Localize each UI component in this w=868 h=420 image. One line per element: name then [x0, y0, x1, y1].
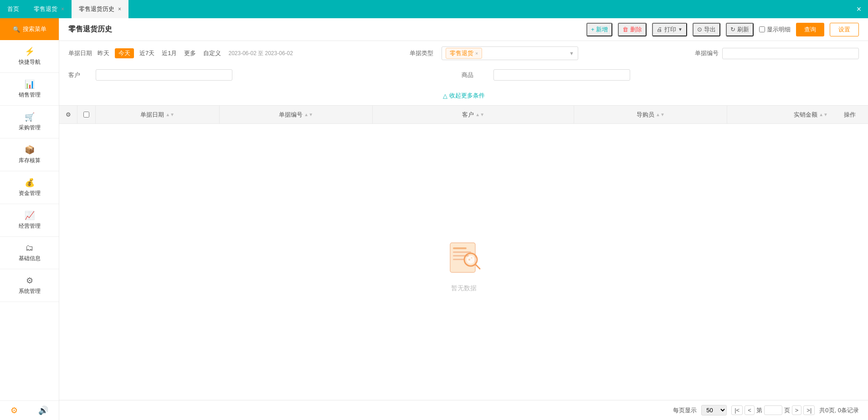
sidebar-item-purchase[interactable]: 🛒 采购管理: [0, 106, 59, 138]
th-guide[interactable]: 导购员 ▲▼: [574, 106, 727, 123]
th-amount[interactable]: 实销金额 ▲▼: [727, 106, 832, 123]
next-page-button[interactable]: >: [792, 405, 802, 415]
filter-area: 单据日期 昨天 今天 近7天 近1月 更多 自定义 2023-06-02 至 2…: [59, 41, 868, 106]
customer-input[interactable]: [96, 69, 232, 81]
tab-retail-return-history-close[interactable]: ×: [118, 6, 121, 12]
date-opt-yesterday[interactable]: 昨天: [96, 48, 111, 58]
svg-point-6: [467, 256, 475, 264]
sales-icon: 📊: [25, 79, 35, 89]
delete-button[interactable]: 🗑 删除: [618, 23, 647, 36]
prev-page-button[interactable]: <: [745, 405, 755, 415]
new-button[interactable]: + 新增: [586, 23, 612, 36]
sidebar-item-operations[interactable]: 📈 经营管理: [0, 204, 59, 237]
date-sort-icon: ▲▼: [165, 113, 175, 117]
tab-retail-return[interactable]: 零售退货 ×: [26, 0, 72, 18]
collapse-filter-button[interactable]: △ 收起更多条件: [443, 92, 485, 100]
th-date[interactable]: 单据日期 ▲▼: [96, 106, 220, 123]
purchase-icon: 🛒: [25, 112, 35, 122]
page-prefix-label: 第: [756, 406, 762, 415]
basic-info-icon: 🗂: [26, 243, 34, 253]
page-suffix-label: 页: [784, 406, 790, 415]
amount-sort-icon: ▲▼: [819, 113, 828, 117]
bill-sort-icon: ▲▼: [304, 113, 313, 117]
sidebar-footer: ⚙ 🔊: [0, 400, 59, 420]
content-area: 零售退货历史 + 新增 🗑 删除 🖨 打印 ▼ ⊙ 导出 ↻: [59, 18, 868, 420]
filter-row-2: 客户 商品: [68, 69, 859, 81]
print-icon: 🖨: [657, 26, 663, 33]
filter-row-1: 单据日期 昨天 今天 近7天 近1月 更多 自定义 2023-06-02 至 2…: [68, 46, 859, 60]
sidebar-item-inventory[interactable]: 📦 库存核算: [0, 138, 59, 171]
date-range-display: 2023-06-02 至 2023-06-02: [228, 50, 293, 57]
show-detail-checkbox[interactable]: 显示明细: [759, 26, 791, 34]
svg-line-7: [475, 264, 480, 269]
settings-icon[interactable]: ⚙: [10, 405, 18, 415]
sidebar-item-quick-nav[interactable]: ⚡ 快捷导航: [0, 40, 59, 73]
main-layout: 🔍 搜索菜单 ⚡ 快捷导航 📊 销售管理 🛒 采购管理 📦 库存核算 💰 资金管…: [0, 18, 868, 420]
bill-type-remove[interactable]: ×: [475, 51, 478, 56]
tab-home[interactable]: 首页: [0, 0, 26, 18]
operations-icon: 📈: [25, 210, 35, 220]
sidebar-search[interactable]: 🔍 搜索菜单: [0, 18, 59, 40]
svg-point-8: [468, 259, 470, 261]
table-header-row: ⚙ 单据日期 ▲▼ 单据编号 ▲▼ 客户 ▲▼ 导购员: [59, 106, 868, 124]
first-page-button[interactable]: |<: [731, 405, 743, 415]
quick-nav-icon: ⚡: [25, 46, 35, 56]
th-customer[interactable]: 客户 ▲▼: [373, 106, 574, 123]
date-opt-1month[interactable]: 近1月: [160, 48, 179, 58]
collapse-icon: △: [443, 92, 447, 99]
total-info: 共0页, 0条记录: [819, 406, 859, 415]
pagination-bar: 每页显示 50 20 100 |< < 第 1 页 > >| 共0页, 0条记录: [59, 400, 868, 420]
refresh-button[interactable]: ↻ 刷新: [726, 23, 754, 36]
svg-rect-4: [453, 259, 464, 260]
tab-retail-return-history[interactable]: 零售退货历史 ×: [72, 0, 128, 18]
bill-no-label: 单据编号: [695, 49, 722, 57]
empty-state: 暂无数据: [59, 124, 868, 400]
search-icon: 🔍: [13, 26, 20, 33]
last-page-button[interactable]: >|: [803, 405, 815, 415]
select-all-checkbox[interactable]: [83, 112, 89, 118]
print-button[interactable]: 🖨 打印 ▼: [652, 23, 687, 36]
sidebar-item-finance[interactable]: 💰 资金管理: [0, 171, 59, 204]
date-opt-more[interactable]: 更多: [182, 48, 198, 58]
th-bill-no[interactable]: 单据编号 ▲▼: [220, 106, 373, 123]
sidebar-item-system[interactable]: ⚙ 系统管理: [0, 269, 59, 302]
date-opt-today[interactable]: 今天: [115, 48, 134, 58]
th-checkbox[interactable]: [77, 106, 96, 123]
date-filter-label: 单据日期: [68, 49, 96, 57]
export-button[interactable]: ⊙ 导出: [693, 23, 720, 36]
sidebar-item-sales[interactable]: 📊 销售管理: [0, 73, 59, 106]
show-detail-input[interactable]: [759, 26, 765, 32]
sidebar: 🔍 搜索菜单 ⚡ 快捷导航 📊 销售管理 🛒 采购管理 📦 库存核算 💰 资金管…: [0, 18, 59, 420]
th-settings[interactable]: ⚙: [59, 106, 77, 123]
print-chevron-icon: ▼: [678, 27, 683, 32]
table-container: ⚙ 单据日期 ▲▼ 单据编号 ▲▼ 客户 ▲▼ 导购员: [59, 106, 868, 420]
finance-icon: 💰: [25, 178, 35, 188]
per-page-label: 每页显示: [673, 406, 697, 415]
volume-icon[interactable]: 🔊: [38, 405, 48, 415]
date-opt-custom[interactable]: 自定义: [201, 48, 223, 58]
tab-retail-return-close[interactable]: ×: [61, 6, 64, 12]
customer-sort-icon: ▲▼: [475, 113, 484, 117]
goods-input[interactable]: [493, 69, 630, 81]
svg-point-9: [471, 257, 472, 259]
settings-col-icon: ⚙: [66, 111, 71, 118]
system-icon: ⚙: [26, 276, 33, 286]
page-number-input[interactable]: 1: [764, 405, 782, 415]
empty-illustration: [441, 231, 487, 277]
page-title: 零售退货历史: [68, 25, 112, 34]
inventory-icon: 📦: [25, 145, 35, 155]
bill-type-chevron-icon: ▼: [569, 51, 574, 56]
th-action: 操作: [832, 106, 868, 123]
date-opt-7days[interactable]: 近7天: [138, 48, 156, 58]
goods-filter-label: 商品: [462, 71, 493, 79]
bill-type-tag: 零售退货 ×: [446, 48, 482, 59]
per-page-select[interactable]: 50 20 100: [701, 405, 727, 415]
empty-text: 暂无数据: [451, 284, 477, 292]
query-button[interactable]: 查询: [796, 23, 824, 36]
bill-no-input[interactable]: [722, 48, 859, 59]
bill-type-dropdown[interactable]: 零售退货 × ▼: [442, 46, 578, 60]
sidebar-item-basic-info[interactable]: 🗂 基础信息: [0, 237, 59, 269]
window-close-button[interactable]: ×: [850, 0, 868, 18]
setting-button[interactable]: 设置: [830, 23, 859, 36]
delete-icon: 🗑: [622, 26, 628, 33]
